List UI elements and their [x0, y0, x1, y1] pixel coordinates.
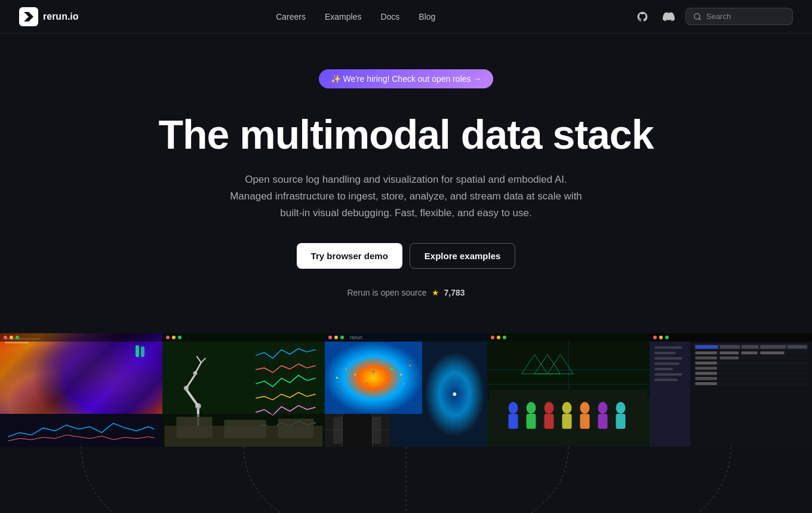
svg-rect-37	[342, 414, 372, 447]
svg-point-61	[598, 402, 608, 414]
svg-rect-16	[224, 420, 266, 438]
svg-rect-18	[325, 342, 422, 414]
svg-rect-68	[742, 345, 759, 349]
svg-point-19	[336, 377, 338, 379]
svg-point-30	[367, 383, 368, 385]
svg-point-32	[391, 380, 392, 382]
svg-point-42	[453, 392, 457, 396]
svg-line-12	[201, 358, 205, 363]
svg-rect-62	[598, 414, 608, 429]
hero-title: The multimodal data stack	[159, 112, 654, 157]
screenshots-strip: rerun	[0, 333, 812, 447]
svg-rect-69	[760, 345, 786, 349]
logo-icon	[19, 7, 38, 26]
svg-point-63	[616, 402, 626, 414]
hiring-banner[interactable]: ✨ We're hiring! Check out open roles →	[319, 69, 494, 88]
svg-rect-64	[616, 414, 626, 429]
try-browser-demo-button[interactable]: Try browser demo	[297, 243, 402, 269]
nav-link-careers[interactable]: Careers	[276, 12, 306, 21]
hero-subtitle-line3: built-in visual debugging. Fast, flexibl…	[280, 207, 531, 219]
nav-link-blog[interactable]: Blog	[419, 12, 435, 21]
screenshot-thermal[interactable]	[0, 333, 162, 447]
svg-line-8	[186, 374, 195, 388]
svg-rect-56	[545, 414, 554, 429]
svg-rect-52	[509, 414, 518, 429]
logo-link[interactable]: rerun.io	[19, 7, 79, 26]
svg-rect-84	[695, 372, 716, 375]
svg-rect-82	[695, 367, 716, 370]
svg-rect-17	[278, 419, 314, 438]
svg-point-33	[404, 383, 405, 385]
screenshot-robot[interactable]	[162, 333, 325, 447]
svg-rect-67	[720, 345, 740, 349]
svg-point-24	[382, 361, 383, 363]
search-label: Search	[706, 12, 731, 21]
github-button[interactable]	[633, 7, 652, 26]
explore-examples-button[interactable]: Explore examples	[410, 243, 516, 269]
svg-rect-15	[177, 417, 213, 438]
svg-point-26	[400, 374, 402, 376]
hero-section: ✨ We're hiring! Check out open roles → T…	[0, 33, 812, 321]
svg-rect-70	[788, 345, 807, 349]
nav-link-docs[interactable]: Docs	[380, 12, 399, 21]
search-icon	[693, 13, 702, 21]
hero-subtitle-line2: Managed infrastructure to ingest, store,…	[230, 191, 582, 202]
svg-point-20	[345, 368, 347, 370]
hallway-view	[325, 414, 390, 447]
nav-center: Careers Examples Docs Blog	[276, 12, 435, 21]
logo-text: rerun.io	[43, 11, 79, 22]
github-icon	[636, 11, 648, 23]
data-rows	[693, 344, 810, 444]
search-bar[interactable]: Search	[685, 8, 793, 25]
svg-point-53	[527, 402, 536, 414]
svg-rect-78	[720, 357, 739, 360]
svg-rect-77	[695, 357, 716, 360]
svg-line-11	[197, 357, 201, 363]
svg-rect-73	[720, 351, 739, 354]
connectors-section	[0, 447, 812, 513]
svg-rect-72	[695, 351, 716, 354]
nav-right: Search	[633, 7, 793, 26]
svg-point-25	[391, 368, 393, 370]
open-source-badge: Rerun is open source ★ 7,783	[347, 288, 465, 297]
svg-point-21	[354, 374, 356, 376]
svg-rect-58	[562, 414, 572, 429]
svg-point-28	[343, 386, 344, 388]
svg-point-29	[355, 389, 356, 391]
lidar-detail	[422, 342, 487, 447]
svg-point-55	[545, 402, 554, 414]
hero-subtitle-line1: Open source log handling and visualizati…	[245, 174, 567, 185]
svg-point-59	[580, 402, 590, 414]
svg-rect-88	[695, 382, 716, 385]
room-view	[162, 414, 325, 447]
discord-button[interactable]	[659, 7, 678, 26]
svg-point-51	[509, 402, 518, 414]
discord-icon	[663, 11, 675, 23]
svg-rect-75	[760, 351, 784, 354]
screenshot-lidar[interactable]: rerun	[325, 333, 487, 447]
svg-line-6	[186, 389, 198, 406]
star-count: 7,783	[444, 288, 465, 297]
svg-point-23	[373, 371, 374, 373]
connector-lines	[0, 447, 812, 513]
svg-rect-86	[695, 377, 716, 380]
screenshot-data-table[interactable]	[650, 333, 812, 447]
svg-rect-66	[695, 345, 718, 349]
navbar: rerun.io Careers Examples Docs Blog Sear…	[0, 0, 812, 33]
svg-point-31	[379, 386, 380, 388]
star-icon: ★	[432, 288, 439, 297]
svg-point-27	[409, 365, 411, 367]
svg-rect-80	[695, 362, 716, 365]
bottom-chart	[5, 416, 158, 444]
svg-rect-60	[580, 414, 590, 429]
hero-buttons: Try browser demo Explore examples	[297, 243, 516, 269]
svg-point-22	[364, 365, 365, 367]
person-tracking	[487, 390, 650, 447]
svg-point-57	[562, 402, 572, 414]
svg-rect-74	[742, 351, 758, 354]
svg-line-10	[195, 363, 201, 373]
screenshot-3d-tracking[interactable]	[487, 333, 650, 447]
nav-link-examples[interactable]: Examples	[325, 12, 361, 21]
svg-rect-54	[527, 414, 536, 429]
lidar-visualization	[325, 342, 422, 414]
